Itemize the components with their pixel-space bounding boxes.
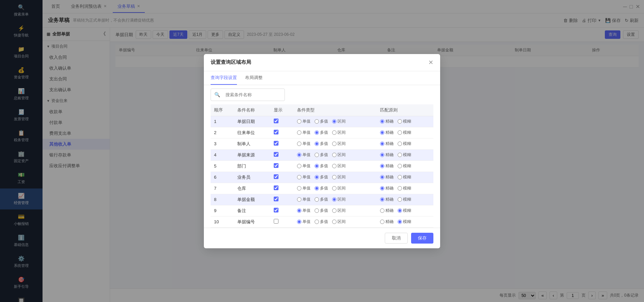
type-multi-1[interactable]: 多值 [315, 130, 328, 135]
radio-exact-6[interactable] [380, 186, 384, 191]
radio-exact-1[interactable] [380, 130, 384, 135]
radio-fuzzy-2[interactable] [398, 142, 402, 146]
match-exact-8[interactable]: 精确 [380, 208, 394, 213]
type-multi-4[interactable]: 多值 [315, 163, 328, 169]
radio-range-3[interactable] [332, 153, 337, 157]
radio-exact-7[interactable] [380, 197, 384, 202]
radio-exact-9[interactable] [380, 220, 384, 224]
radio-fuzzy-0[interactable] [398, 119, 402, 124]
radio-single-7[interactable] [297, 197, 301, 202]
type-single-7[interactable]: 单值 [297, 197, 311, 202]
modal-tab-layout[interactable]: 布局调整 [245, 71, 263, 85]
show-checkbox-4[interactable] [274, 163, 278, 168]
type-single-5[interactable]: 单值 [297, 174, 311, 180]
show-checkbox-label-4[interactable] [274, 164, 278, 169]
radio-range-2[interactable] [332, 142, 337, 146]
match-fuzzy-1[interactable]: 模糊 [398, 130, 411, 135]
show-checkbox-3[interactable] [274, 152, 278, 157]
cancel-button[interactable]: 取消 [385, 233, 408, 244]
radio-fuzzy-8[interactable] [398, 208, 402, 213]
match-fuzzy-7[interactable]: 模糊 [398, 197, 411, 202]
radio-single-0[interactable] [297, 119, 301, 124]
radio-range-9[interactable] [332, 220, 337, 224]
match-fuzzy-3[interactable]: 模糊 [398, 152, 411, 158]
radio-fuzzy-1[interactable] [398, 130, 402, 135]
radio-multi-4[interactable] [315, 164, 319, 168]
match-exact-2[interactable]: 精确 [380, 141, 394, 147]
radio-multi-5[interactable] [315, 175, 319, 179]
show-checkbox-2[interactable] [274, 141, 278, 146]
radio-multi-1[interactable] [315, 130, 319, 135]
type-multi-8[interactable]: 多值 [315, 208, 328, 213]
match-fuzzy-4[interactable]: 模糊 [398, 163, 411, 169]
radio-single-3[interactable] [297, 153, 301, 157]
match-exact-0[interactable]: 精确 [380, 119, 394, 124]
show-checkbox-label-7[interactable] [274, 197, 278, 202]
type-single-3[interactable]: 单值 [297, 152, 311, 158]
type-multi-0[interactable]: 多值 [315, 119, 328, 124]
type-multi-7[interactable]: 多值 [315, 197, 328, 202]
search-input[interactable] [222, 91, 279, 99]
match-exact-5[interactable]: 精确 [380, 174, 394, 180]
type-single-0[interactable]: 单值 [297, 119, 311, 124]
show-checkbox-label-1[interactable] [274, 130, 278, 135]
match-exact-1[interactable]: 精确 [380, 130, 394, 135]
radio-multi-0[interactable] [315, 119, 319, 124]
radio-range-5[interactable] [332, 175, 337, 179]
match-fuzzy-0[interactable]: 模糊 [398, 119, 411, 124]
radio-multi-9[interactable] [315, 220, 319, 224]
show-checkbox-6[interactable] [274, 185, 278, 190]
match-exact-6[interactable]: 精确 [380, 185, 394, 191]
radio-multi-8[interactable] [315, 208, 319, 213]
type-range-2[interactable]: 区间 [332, 141, 346, 147]
radio-range-4[interactable] [332, 164, 337, 168]
type-range-1[interactable]: 区间 [332, 130, 346, 135]
modal-close-icon[interactable]: ✕ [428, 59, 433, 66]
type-single-8[interactable]: 单值 [297, 208, 311, 213]
type-multi-5[interactable]: 多值 [315, 174, 328, 180]
radio-fuzzy-6[interactable] [398, 186, 402, 191]
radio-fuzzy-4[interactable] [398, 164, 402, 168]
type-multi-2[interactable]: 多值 [315, 141, 328, 147]
type-single-4[interactable]: 单值 [297, 163, 311, 169]
radio-multi-3[interactable] [315, 153, 319, 157]
type-range-5[interactable]: 区间 [332, 174, 346, 180]
show-checkbox-7[interactable] [274, 197, 278, 201]
radio-fuzzy-9[interactable] [398, 220, 402, 224]
radio-range-8[interactable] [332, 208, 337, 213]
show-checkbox-9[interactable] [274, 219, 278, 224]
show-checkbox-label-2[interactable] [274, 142, 278, 147]
type-range-0[interactable]: 区间 [332, 119, 346, 124]
type-range-6[interactable]: 区间 [332, 185, 346, 191]
match-exact-7[interactable]: 精确 [380, 197, 394, 202]
type-range-3[interactable]: 区间 [332, 152, 346, 158]
type-multi-9[interactable]: 多值 [315, 219, 328, 225]
match-fuzzy-5[interactable]: 模糊 [398, 174, 411, 180]
match-fuzzy-9[interactable]: 模糊 [398, 219, 411, 225]
show-checkbox-1[interactable] [274, 130, 278, 134]
show-checkbox-0[interactable] [274, 119, 278, 123]
radio-single-2[interactable] [297, 142, 301, 146]
radio-fuzzy-7[interactable] [398, 197, 402, 202]
show-checkbox-8[interactable] [274, 208, 278, 212]
radio-exact-4[interactable] [380, 164, 384, 168]
radio-single-6[interactable] [297, 186, 301, 191]
type-range-8[interactable]: 区间 [332, 208, 346, 213]
match-exact-4[interactable]: 精确 [380, 163, 394, 169]
type-range-7[interactable]: 区间 [332, 197, 346, 202]
radio-exact-3[interactable] [380, 153, 384, 157]
radio-exact-2[interactable] [380, 142, 384, 146]
show-checkbox-label-3[interactable] [274, 153, 278, 158]
type-range-9[interactable]: 区间 [332, 219, 346, 225]
match-exact-9[interactable]: 精确 [380, 219, 394, 225]
type-multi-6[interactable]: 多值 [315, 185, 328, 191]
show-checkbox-label-6[interactable] [274, 186, 278, 191]
match-fuzzy-8[interactable]: 模糊 [398, 208, 411, 213]
modal-tab-field[interactable]: 查询字段设置 [211, 71, 237, 85]
type-range-4[interactable]: 区间 [332, 163, 346, 169]
type-single-1[interactable]: 单值 [297, 130, 311, 135]
match-fuzzy-2[interactable]: 模糊 [398, 141, 411, 147]
radio-single-8[interactable] [297, 208, 301, 213]
radio-multi-6[interactable] [315, 186, 319, 191]
show-checkbox-label-9[interactable] [274, 220, 278, 225]
